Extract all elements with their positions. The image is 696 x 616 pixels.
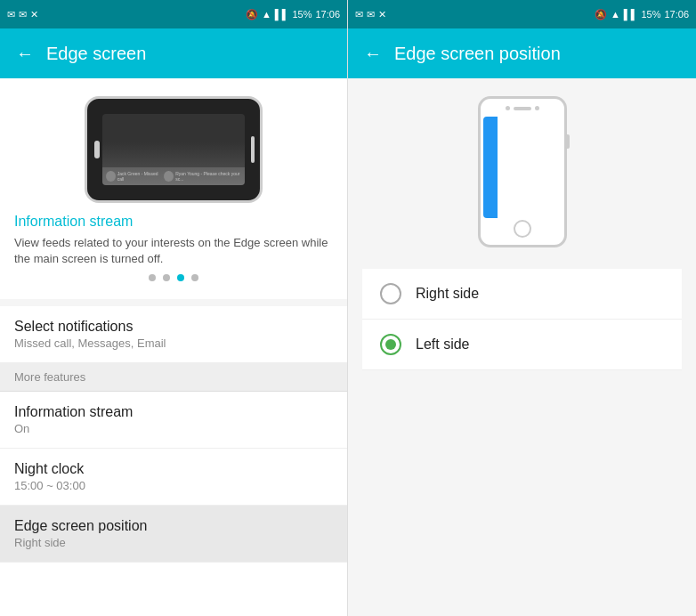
- right-time-label: 17:06: [664, 9, 689, 20]
- battery-label: 15%: [292, 9, 312, 20]
- notifications-title: Select notifications: [14, 319, 333, 335]
- right-envelope-icon: ✉: [355, 9, 363, 20]
- right-back-button[interactable]: ←: [362, 43, 384, 64]
- right-panel: ✉ ✉ ✕ 🔕 ▲ ▌▌ 15% 17:06 ← Edge screen pos…: [348, 0, 696, 616]
- notif-avatar-2: [164, 171, 174, 182]
- right-status-icons: ✉ ✉ ✕: [355, 9, 386, 20]
- phone-top-area: [506, 106, 539, 110]
- phone-camera: [506, 106, 510, 110]
- phone-sensor: [535, 106, 539, 110]
- phone-mockup-vertical: [478, 96, 567, 247]
- notif-avatar-1: [106, 171, 116, 182]
- mail-icon: ✉: [19, 9, 27, 20]
- settings-item-night-clock[interactable]: Night clock 15:00 ~ 03:00: [0, 449, 347, 506]
- wifi-icon: ▲: [262, 9, 271, 20]
- mute-icon: 🔕: [246, 9, 258, 20]
- info-stream-desc: View feeds related to your interests on …: [14, 235, 333, 267]
- signal-icon: ▌▌: [275, 9, 289, 20]
- phone-home-button: [514, 220, 531, 238]
- night-clock-sub: 15:00 ~ 03:00: [14, 479, 333, 492]
- close-icon: ✕: [30, 9, 38, 20]
- left-status-icons: ✉ ✉ ✕: [7, 9, 38, 20]
- right-battery-label: 15%: [641, 9, 660, 20]
- radio-right-side[interactable]: Right side: [362, 269, 682, 320]
- settings-item-edge-position[interactable]: Edge screen position Right side: [0, 506, 347, 563]
- phone-side-button: [565, 134, 570, 149]
- notifications-sub: Missed call, Messages, Email: [14, 336, 333, 350]
- night-clock-title: Night clock: [14, 461, 333, 477]
- left-back-button[interactable]: ←: [14, 43, 36, 64]
- settings-item-info-stream[interactable]: Information stream On: [0, 392, 347, 449]
- phone-speaker: [514, 107, 531, 110]
- notif-item-1: Jack Green - Missed call: [106, 171, 160, 182]
- radio-options: Right side Left side: [362, 269, 682, 370]
- left-toolbar: ← Edge screen: [0, 28, 347, 78]
- info-stream-title: Information stream: [14, 214, 133, 230]
- envelope-icon: ✉: [7, 9, 15, 20]
- right-close-icon: ✕: [378, 9, 386, 20]
- right-status-right: 🔕 ▲ ▌▌ 15% 17:06: [595, 9, 689, 20]
- info-stream-setting-sub: On: [14, 422, 333, 435]
- radio-right-circle[interactable]: [380, 283, 401, 304]
- left-toolbar-title: Edge screen: [46, 44, 146, 64]
- right-mute-icon: 🔕: [595, 9, 607, 20]
- radio-left-label: Left side: [416, 336, 469, 353]
- right-toolbar-title: Edge screen position: [394, 44, 561, 64]
- more-features-header: More features: [0, 363, 347, 392]
- right-status-bar: ✉ ✉ ✕ 🔕 ▲ ▌▌ 15% 17:06: [348, 0, 696, 28]
- carousel-dots: [149, 274, 198, 281]
- edge-position-title: Edge screen position: [14, 518, 333, 534]
- notif-text-1: Jack Green - Missed call: [117, 171, 161, 182]
- edge-bar-indicator: [483, 117, 498, 218]
- dot-3[interactable]: [177, 274, 184, 281]
- settings-list: Select notifications Missed call, Messag…: [0, 306, 347, 616]
- right-mail-icon: ✉: [367, 9, 375, 20]
- right-signal-icon: ▌▌: [624, 9, 638, 20]
- dot-1[interactable]: [149, 274, 156, 281]
- left-status-right: 🔕 ▲ ▌▌ 15% 17:06: [246, 9, 340, 20]
- time-label: 17:06: [315, 9, 340, 20]
- settings-item-notifications[interactable]: Select notifications Missed call, Messag…: [0, 306, 347, 363]
- right-wifi-icon: ▲: [611, 9, 620, 20]
- radio-left-circle[interactable]: [380, 334, 401, 355]
- carousel-area: Jack Green - Missed call Ryan Young - Pl…: [0, 78, 347, 299]
- phone-screen: Jack Green - Missed call Ryan Young - Pl…: [102, 114, 245, 185]
- left-panel: ✉ ✉ ✕ 🔕 ▲ ▌▌ 15% 17:06 ← Edge screen Jac…: [0, 0, 348, 616]
- radio-left-side[interactable]: Left side: [362, 320, 682, 370]
- left-status-bar: ✉ ✉ ✕ 🔕 ▲ ▌▌ 15% 17:06: [0, 0, 347, 28]
- right-toolbar: ← Edge screen position: [348, 28, 696, 78]
- info-stream-setting-title: Information stream: [14, 404, 333, 420]
- notification-bar: Jack Green - Missed call Ryan Young - Pl…: [102, 167, 245, 185]
- dot-2[interactable]: [163, 274, 170, 281]
- notif-text-2: Ryan Young - Please check your sc...: [175, 171, 241, 182]
- right-content: Right side Left side: [348, 78, 696, 616]
- radio-right-label: Right side: [416, 286, 479, 302]
- dot-4[interactable]: [191, 274, 198, 281]
- notif-item-2: Ryan Young - Please check your sc...: [164, 171, 241, 182]
- phone-mockup-landscape: Jack Green - Missed call Ryan Young - Pl…: [85, 96, 263, 203]
- edge-position-sub: Right side: [14, 536, 333, 549]
